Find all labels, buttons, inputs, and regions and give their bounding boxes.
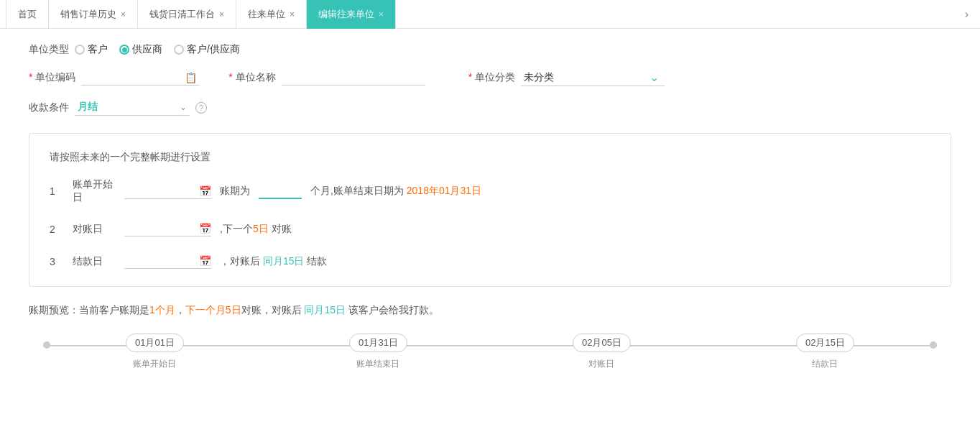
payment-terms-help-icon[interactable]: ? — [195, 102, 207, 114]
period-desc-2: ,下一个5日 对账 — [220, 223, 292, 236]
period-payment-suffix: 结款 — [307, 255, 327, 267]
period-payment-highlight: 同月15日 — [263, 255, 305, 267]
radio-customer[interactable]: 客户 — [75, 43, 108, 56]
tab-edit-partner-units[interactable]: 编辑往来单位 × — [307, 0, 396, 29]
period-row-1: 1 账单开始日 2018-01-01 📅 账期为 1 个月,账单结束日期为 20… — [50, 178, 930, 204]
unit-category-field: 单位分类 未分类 ⌄ — [468, 69, 665, 86]
payment-terms-label: 收款条件 — [29, 101, 69, 114]
radio-customer-supplier[interactable]: 客户/供应商 — [174, 43, 240, 56]
period-date-2: 2018-02-05 📅 — [124, 221, 211, 236]
unit-code-field: 单位编码 000001 📋 — [29, 70, 200, 86]
unit-code-input-wrapper: 000001 📋 — [81, 70, 200, 86]
period-title: 请按照未来的一个完整帐期进行设置 — [50, 151, 930, 164]
timeline-label-3: 结款日 — [812, 358, 838, 370]
unit-name-field: 单位名称 河南供应商22 — [228, 70, 425, 86]
period-name-2: 对账日 — [73, 223, 116, 236]
radio-customer-label: 客户 — [88, 43, 108, 56]
timeline-label-1: 账单结束日 — [356, 358, 399, 370]
tab-cash-goods-workbench-label: 钱货日清工作台 — [149, 8, 215, 21]
tab-edit-partner-units-label: 编辑往来单位 — [318, 8, 374, 21]
timeline-point-3: 02月15日 结款日 — [796, 334, 854, 370]
timeline-point-1: 01月31日 账单结束日 — [349, 334, 407, 370]
unit-type-field: 单位类型 客户 供应商 客户/供应商 — [29, 43, 240, 56]
unit-name-label: 单位名称 — [228, 71, 275, 84]
calendar-icon-3[interactable]: 📅 — [199, 255, 211, 267]
unit-type-radio-group: 客户 供应商 客户/供应商 — [75, 43, 240, 56]
unit-code-input[interactable]: 000001 — [81, 70, 182, 85]
payment-terms-value: 月结 — [78, 101, 98, 114]
unit-type-row: 单位类型 客户 供应商 客户/供应商 — [29, 43, 951, 56]
period-date-input-3[interactable]: 2018-02-15 — [124, 254, 196, 268]
tab-sales-order-history-close[interactable]: × — [121, 9, 126, 19]
unit-category-label: 单位分类 — [468, 71, 515, 84]
period-name-3: 结款日 — [73, 255, 116, 268]
period-num-1: 1 — [50, 185, 64, 197]
period-name-1: 账单开始日 — [73, 178, 116, 204]
tab-sales-order-history[interactable]: 销售订单历史 × — [49, 0, 138, 29]
unit-code-label: 单位编码 — [29, 71, 75, 84]
period-box: 请按照未来的一个完整帐期进行设置 1 账单开始日 2018-01-01 📅 账期… — [29, 133, 951, 287]
period-row-3: 3 结款日 2018-02-15 📅 ，对账后 同月15日 结款 — [50, 254, 930, 269]
tab-partner-units-close[interactable]: × — [290, 9, 295, 19]
timeline-label-2: 对账日 — [588, 358, 614, 370]
period-date-input-2[interactable]: 2018-02-05 — [124, 221, 196, 236]
radio-supplier-circle — [119, 45, 129, 55]
period-desc-3: ，对账后 同月15日 结款 — [220, 255, 327, 268]
preview-text: 账期预览：当前客户账期是1个月，下一个月5日对账，对账后 同月15日 该客户会给… — [29, 301, 951, 319]
preview-comma: ， — [175, 304, 185, 316]
radio-customer-supplier-circle — [174, 45, 184, 55]
calendar-icon-2[interactable]: 📅 — [199, 223, 211, 234]
period-months-input[interactable]: 1 — [259, 183, 302, 199]
tab-partner-units-label: 往来单位 — [248, 8, 285, 21]
radio-customer-circle — [75, 45, 85, 55]
timeline-node-0: 01月01日 — [126, 334, 184, 352]
timeline-node-1: 01月31日 — [349, 334, 407, 352]
tab-partner-units[interactable]: 往来单位 × — [236, 0, 307, 29]
unit-category-value: 未分类 — [524, 71, 554, 84]
radio-supplier[interactable]: 供应商 — [119, 43, 162, 56]
payment-terms-field: 收款条件 月结 ⌄ ? — [29, 99, 207, 116]
tab-cash-goods-workbench[interactable]: 钱货日清工作台 × — [138, 0, 236, 29]
timeline-node-2: 02月05日 — [573, 334, 631, 352]
timeline-point-0: 01月01日 账单开始日 — [126, 334, 184, 370]
payment-terms-select[interactable]: 月结 ⌄ — [75, 99, 190, 116]
payment-terms-row: 收款条件 月结 ⌄ ? — [29, 99, 951, 116]
preview-middle: 对账，对账后 — [241, 304, 302, 316]
tab-sales-order-history-label: 销售订单历史 — [60, 8, 116, 21]
preview-part1: 1个月 — [149, 304, 175, 316]
preview-prefix: 账期预览：当前客户账期是 — [29, 304, 149, 316]
preview-part3: 同月15日 — [304, 304, 346, 316]
tab-home[interactable]: 首页 — [6, 0, 49, 29]
radio-customer-supplier-label: 客户/供应商 — [187, 43, 240, 56]
radio-supplier-label: 供应商 — [132, 43, 162, 56]
period-reconciliation-suffix: 对账 — [272, 223, 292, 234]
unit-code-copy-icon[interactable]: 📋 — [182, 72, 200, 83]
main-content: 单位类型 客户 供应商 客户/供应商 单位编码 0000 — [0, 29, 980, 437]
tabs-arrow[interactable]: › — [959, 8, 974, 21]
unit-category-arrow: ⌄ — [650, 70, 659, 84]
preview-suffix: 该客户会给我打款。 — [348, 304, 439, 316]
tab-home-label: 首页 — [18, 8, 37, 21]
tab-edit-partner-units-close[interactable]: × — [379, 9, 384, 19]
period-date-3: 2018-02-15 📅 — [124, 254, 211, 269]
timeline-points: 01月01日 账单开始日 01月31日 账单结束日 02月05日 对账日 02月… — [43, 334, 937, 370]
timeline-point-2: 02月05日 对账日 — [573, 334, 631, 370]
unit-info-row: 单位编码 000001 📋 单位名称 河南供应商22 单位分类 未分类 ⌄ — [29, 69, 951, 86]
payment-terms-arrow: ⌄ — [180, 102, 187, 112]
tab-cash-goods-workbench-close[interactable]: × — [219, 9, 224, 19]
timeline-wrapper: 01月01日 账单开始日 01月31日 账单结束日 02月05日 对账日 02月… — [29, 334, 951, 399]
tabs-bar: 首页 销售订单历史 × 钱货日清工作台 × 往来单位 × 编辑往来单位 × › — [0, 0, 980, 29]
unit-category-dropdown[interactable]: 未分类 ⌄ — [521, 69, 665, 86]
timeline-label-0: 账单开始日 — [133, 358, 176, 370]
unit-type-label: 单位类型 — [29, 43, 69, 56]
unit-name-input[interactable]: 河南供应商22 — [282, 70, 425, 86]
period-suffix-after-1: 个月,账单结束日期为 2018年01月31日 — [310, 185, 481, 198]
period-num-3: 3 — [50, 256, 64, 267]
period-date-input-1[interactable]: 2018-01-01 — [124, 184, 196, 198]
period-date-1: 2018-01-01 📅 — [124, 184, 211, 199]
calendar-icon-1[interactable]: 📅 — [199, 185, 211, 197]
preview-part2: 下一个月5日 — [185, 304, 241, 316]
timeline-node-3: 02月15日 — [796, 334, 854, 352]
period-suffix-before-1: 账期为 — [220, 185, 250, 198]
period-num-2: 2 — [50, 224, 64, 235]
